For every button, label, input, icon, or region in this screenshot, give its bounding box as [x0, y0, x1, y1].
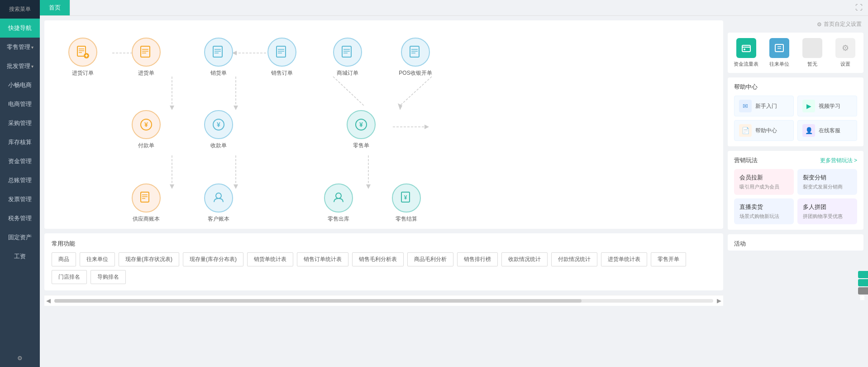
- label-xiaohuo: 销货单: [210, 69, 227, 77]
- sidebar-item-label: 采购管理: [8, 119, 32, 127]
- circle-xiaoshou[interactable]: [267, 38, 296, 67]
- mkt-item-fission[interactable]: 裂变分销 裂变式发展分销商: [797, 169, 857, 195]
- sidebar-item-invoice[interactable]: 发票管理: [0, 190, 40, 209]
- float-btn-desktop[interactable]: 桌面快捷: [858, 287, 868, 295]
- node-xiaoshou[interactable]: 销售订单: [259, 38, 305, 77]
- qf-btn-13[interactable]: 门店排名: [52, 270, 87, 284]
- sidebar-item-label: 税务管理: [8, 214, 32, 222]
- qi-item-empty[interactable]: 暂无: [797, 38, 827, 68]
- qi-item-settings[interactable]: ⚙ 设置: [830, 38, 860, 68]
- tab-home[interactable]: 首页: [40, 0, 70, 15]
- svg-rect-38: [342, 46, 351, 57]
- help-item-center[interactable]: 📄 帮助中心: [734, 120, 794, 141]
- qf-btn-5[interactable]: 销售订单统计表: [297, 252, 348, 266]
- help-item-beginner[interactable]: ✉ 新手入门: [734, 96, 794, 116]
- sidebar-item-ledger[interactable]: 总账管理: [0, 171, 40, 190]
- sidebar-item-ecom[interactable]: 小畅电商: [0, 76, 40, 95]
- sidebar-search[interactable]: 搜索菜单: [0, 0, 40, 19]
- help-item-video[interactable]: ▶ 视频学习: [797, 96, 857, 116]
- float-btn-community[interactable]: 服务社区: [858, 279, 868, 286]
- chevron-down-icon: ▾: [31, 64, 33, 69]
- sidebar-item-label: 库存核算: [8, 138, 32, 146]
- node-gongyingshang[interactable]: 供应商账本: [124, 184, 169, 223]
- qf-btn-12[interactable]: 零售开单: [651, 252, 686, 266]
- mkt-item-live[interactable]: 直播卖货 场景式购物新玩法: [734, 198, 794, 224]
- sidebar-item-purchase[interactable]: 采购管理: [0, 114, 40, 133]
- node-xiaohuo[interactable]: 销货单: [196, 38, 241, 77]
- qi-empty-label: 暂无: [807, 61, 817, 68]
- mkt-fission-title: 裂变分销: [803, 174, 852, 182]
- mkt-item-group[interactable]: 多人拼团 拼团购物享受优惠: [797, 198, 857, 224]
- circle-kehuzhanben[interactable]: [204, 184, 233, 212]
- sidebar-item-retail[interactable]: 零售管理 ▾: [0, 38, 40, 57]
- beginner-icon: ✉: [739, 100, 752, 112]
- sidebar-item-assets[interactable]: 固定资产: [0, 228, 40, 247]
- qf-btn-4[interactable]: 销货单统计表: [247, 252, 293, 266]
- scroll-bar: ◀ ▶: [44, 295, 723, 306]
- scroll-right-icon[interactable]: ▶: [715, 297, 723, 304]
- svg-point-56: [216, 193, 221, 198]
- scroll-track[interactable]: [54, 299, 713, 303]
- expand-icon[interactable]: ⛶: [850, 0, 868, 15]
- mkt-live-title: 直播卖货: [739, 203, 788, 211]
- qf-btn-10[interactable]: 付款情况统计: [551, 252, 597, 266]
- main-area: 首页 ⛶: [40, 0, 868, 367]
- sidebar-item-label: 批发管理: [7, 62, 30, 70]
- qf-btn-2[interactable]: 现存量(库存状况表): [119, 252, 179, 266]
- node-lingshoudian-jiesuan[interactable]: ¥ 零售结算: [384, 184, 429, 223]
- circle-lingshou[interactable]: ¥: [347, 110, 376, 139]
- node-fukuan[interactable]: ¥ 付款单: [124, 110, 169, 150]
- node-lingshou[interactable]: ¥ 零售单: [339, 110, 384, 150]
- sidebar-item-inventory[interactable]: 库存核算: [0, 133, 40, 152]
- qi-item-unit[interactable]: 往来单位: [764, 38, 794, 68]
- node-jinhuodingdan[interactable]: 进货订单: [60, 38, 105, 77]
- marketing-more[interactable]: 更多营销玩法 >: [820, 157, 857, 164]
- qf-btn-11[interactable]: 进货单统计表: [601, 252, 647, 266]
- label-jinhuo: 进货单: [138, 69, 154, 77]
- circle-xiaohuo[interactable]: [204, 38, 233, 67]
- circle-pos[interactable]: [401, 38, 430, 67]
- label-lingshoudian-jiesuan: 零售结算: [396, 215, 417, 223]
- circle-gongyingshang[interactable]: [132, 184, 161, 212]
- circle-fukuan[interactable]: ¥: [132, 110, 161, 139]
- sidebar-item-quicknav[interactable]: 快捷导航: [0, 19, 40, 38]
- help-item-service[interactable]: 👤 在线客服: [797, 120, 857, 141]
- qf-btn-7[interactable]: 商品毛利分析: [407, 252, 453, 266]
- mkt-group-sub: 拼团购物享受优惠: [803, 213, 852, 220]
- scroll-left-icon[interactable]: ◀: [44, 297, 52, 304]
- qf-btn-9[interactable]: 收款情况统计: [501, 252, 548, 266]
- service-icon: 👤: [802, 124, 815, 137]
- node-kehuzhanben[interactable]: 客户账本: [196, 184, 241, 223]
- qf-btn-1[interactable]: 往来单位: [80, 252, 115, 266]
- sidebar-settings-icon[interactable]: ⚙: [0, 349, 40, 367]
- qf-btn-3[interactable]: 现存量(库存分布表): [183, 252, 243, 266]
- qf-btn-0[interactable]: 商品: [52, 252, 76, 266]
- mkt-item-member[interactable]: 会员拉新 吸引用户成为会员: [734, 169, 794, 195]
- circle-jinhuo[interactable]: [132, 38, 161, 67]
- sidebar-item-wholesale[interactable]: 批发管理 ▾: [0, 57, 40, 76]
- circle-jinhuodingdan[interactable]: [68, 38, 97, 67]
- circle-shangcheng[interactable]: [333, 38, 362, 67]
- sidebar-item-tax[interactable]: 税务管理: [0, 209, 40, 228]
- float-btn-service[interactable]: 客服热线: [858, 271, 868, 278]
- sidebar-item-wages[interactable]: 工资: [0, 247, 40, 266]
- sidebar-item-label: 小畅电商: [8, 81, 32, 89]
- customize-settings[interactable]: ⚙ 首页自定义设置: [728, 20, 863, 28]
- node-shangcheng[interactable]: 商城订单: [325, 38, 370, 77]
- qf-btn-8[interactable]: 销售排行榜: [457, 252, 498, 266]
- scroll-thumb[interactable]: [54, 299, 582, 303]
- sidebar-item-finance[interactable]: 资金管理: [0, 152, 40, 171]
- circle-shoukuan[interactable]: ¥: [204, 110, 233, 139]
- workflow-card: 进货订单 进货单 销货单: [44, 20, 723, 229]
- qf-btn-14[interactable]: 导购排名: [91, 270, 126, 284]
- node-shoukuan[interactable]: ¥ 收款单: [196, 110, 241, 150]
- sidebar-item-ecommgmt[interactable]: 电商管理: [0, 95, 40, 114]
- qi-item-cashflow[interactable]: 资金流量表: [731, 38, 761, 68]
- circle-lingshouchuku[interactable]: [324, 184, 353, 212]
- node-lingshouchuku[interactable]: 零售出库: [316, 184, 361, 223]
- customize-label: 首页自定义设置: [824, 20, 862, 28]
- node-pos[interactable]: POS收银开单: [393, 38, 438, 77]
- circle-lingshoudian-jiesuan[interactable]: ¥: [392, 184, 421, 212]
- qf-btn-6[interactable]: 销售毛利分析表: [352, 252, 404, 266]
- node-jinhuo[interactable]: 进货单: [124, 38, 169, 77]
